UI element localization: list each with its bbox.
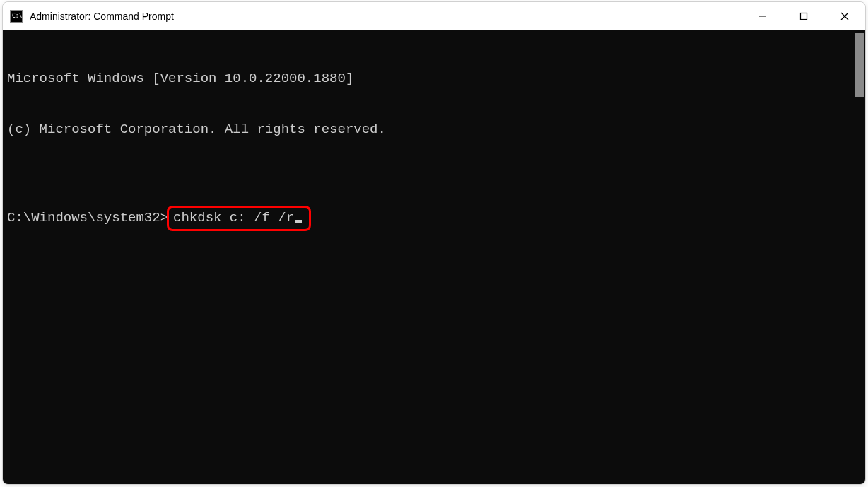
command-highlight-box: chkdsk c: /f /r	[167, 206, 311, 231]
terminal-line: (c) Microsoft Corporation. All rights re…	[7, 121, 852, 138]
minimize-button[interactable]	[742, 2, 783, 30]
cursor-icon	[295, 220, 302, 223]
cmd-window: C:\ Administrator: Command Prompt Micros…	[2, 1, 866, 485]
titlebar[interactable]: C:\ Administrator: Command Prompt	[3, 2, 865, 30]
window-controls	[742, 2, 865, 30]
command-text: chkdsk c: /f /r	[173, 209, 294, 226]
svg-rect-3	[801, 13, 807, 20]
terminal-content: Microsoft Windows [Version 10.0.22000.18…	[3, 30, 852, 484]
window-title: Administrator: Command Prompt	[30, 11, 174, 22]
close-button[interactable]	[824, 2, 865, 30]
svg-text:C:\: C:\	[12, 13, 23, 19]
terminal-line: Microsoft Windows [Version 10.0.22000.18…	[7, 70, 852, 87]
prompt-text: C:\Windows\system32>	[7, 209, 168, 226]
scrollbar[interactable]	[855, 33, 864, 481]
terminal-prompt-line: C:\Windows\system32> chkdsk c: /f /r	[7, 206, 852, 231]
terminal-area[interactable]: Microsoft Windows [Version 10.0.22000.18…	[3, 30, 865, 484]
cmd-icon: C:\	[10, 10, 23, 23]
scrollbar-thumb[interactable]	[855, 33, 864, 97]
maximize-button[interactable]	[783, 2, 824, 30]
